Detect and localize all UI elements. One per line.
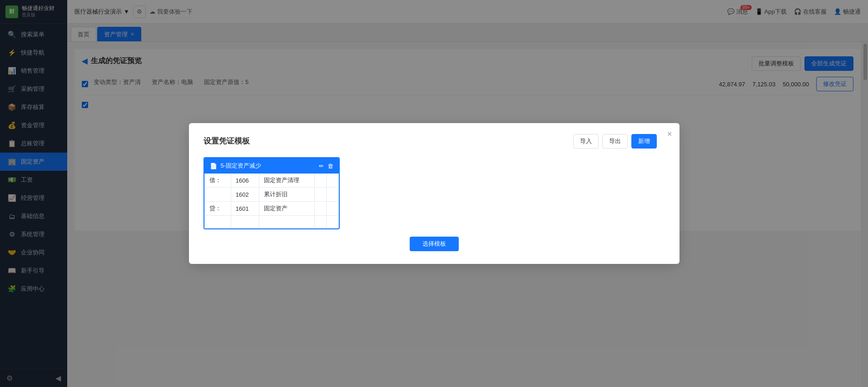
entry-name: 固定资产清理 xyxy=(259,174,315,188)
template-debit-row: 1602累计折旧 xyxy=(204,188,338,202)
modal-close-btn[interactable]: × xyxy=(667,129,672,139)
settings-modal: 设置凭证模板 × 导入 导出 新增 📄 5-固定资产减少 ✏ 🗑 借：160 xyxy=(189,123,680,264)
template-empty-row xyxy=(204,216,338,228)
modal-overlay[interactable]: 设置凭证模板 × 导入 导出 新增 📄 5-固定资产减少 ✏ 🗑 借：160 xyxy=(0,0,868,387)
template-entries-table: 借：1606固定资产清理1602累计折旧贷：1601固定资产 xyxy=(204,174,339,228)
template-credit-row: 贷：1601固定资产 xyxy=(204,202,338,216)
import-btn[interactable]: 导入 xyxy=(573,134,599,149)
template-debit-row: 借：1606固定资产清理 xyxy=(204,174,338,188)
template-card-actions: ✏ 🗑 xyxy=(319,163,333,169)
entry-code: 1606 xyxy=(231,174,259,188)
select-template-btn[interactable]: 选择模板 xyxy=(410,237,459,251)
entry-prefix: 贷： xyxy=(204,202,231,216)
template-doc-icon: 📄 xyxy=(210,163,217,169)
entry-prefix: 借： xyxy=(204,174,231,188)
template-card-header: 📄 5-固定资产减少 ✏ 🗑 xyxy=(204,158,339,174)
modal-actions: 导入 导出 新增 xyxy=(573,134,657,149)
template-edit-icon[interactable]: ✏ xyxy=(319,163,324,169)
entry-name: 固定资产 xyxy=(259,202,315,216)
entry-prefix xyxy=(204,188,231,202)
template-header-left: 📄 5-固定资产减少 xyxy=(210,162,262,170)
template-name: 5-固定资产减少 xyxy=(221,162,262,170)
entry-name: 累计折旧 xyxy=(259,188,315,202)
template-card-body: 借：1606固定资产清理1602累计折旧贷：1601固定资产 xyxy=(204,174,339,228)
entry-code: 1601 xyxy=(231,202,259,216)
export-btn[interactable]: 导出 xyxy=(602,134,628,149)
template-card: 📄 5-固定资产减少 ✏ 🗑 借：1606固定资产清理1602累计折旧贷：160… xyxy=(203,157,340,229)
new-btn[interactable]: 新增 xyxy=(631,134,657,149)
entry-code: 1602 xyxy=(231,188,259,202)
template-delete-icon[interactable]: 🗑 xyxy=(327,163,333,169)
